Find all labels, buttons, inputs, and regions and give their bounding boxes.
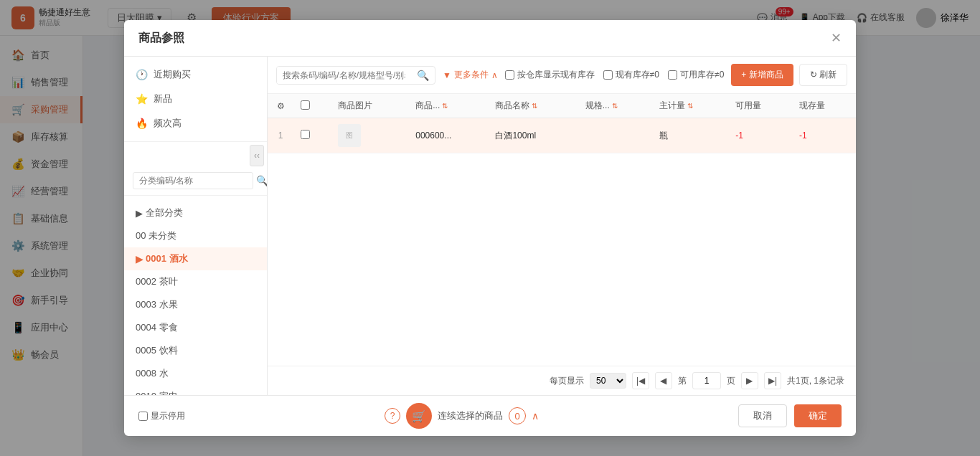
checkbox-available-nonzero-input[interactable]: [668, 70, 677, 80]
table-header-row: ⚙ 商品图片 商品... ⇅: [268, 94, 856, 118]
category-0001-label: 0001 酒水: [146, 252, 188, 265]
filter-icon: ▼: [443, 70, 451, 80]
row-image-cell: 图: [331, 118, 408, 153]
category-search-area: 🔍: [124, 166, 267, 196]
category-0008[interactable]: 0008 水: [124, 362, 267, 385]
show-disabled-input[interactable]: [138, 412, 148, 421]
select-all-checkbox[interactable]: [301, 100, 310, 110]
category-0005[interactable]: 0005 饮料: [124, 339, 267, 362]
category-0004[interactable]: 0004 零食: [124, 316, 267, 339]
category-00-label: 00 未分类: [136, 229, 176, 242]
sort-name-icon: ⇅: [532, 102, 537, 110]
th-spec-label: 规格...: [585, 100, 610, 112]
product-search-input[interactable]: [277, 67, 411, 84]
row-spec: [578, 118, 652, 153]
th-image: 商品图片: [331, 94, 408, 118]
row-stock: -1: [792, 118, 856, 153]
category-00[interactable]: 00 未分类: [124, 224, 267, 247]
category-0008-label: 0008 水: [136, 367, 169, 380]
checkbox-by-warehouse-input[interactable]: [505, 70, 514, 80]
modal-overlay: 商品参照 ✕ 🕐 近期购买 ⭐ 新品 🔥: [0, 0, 980, 456]
tab-recent[interactable]: 🕐 近期购买: [124, 62, 267, 87]
page-size-select[interactable]: 50 20 100: [590, 373, 626, 389]
th-checkbox[interactable]: [293, 94, 331, 118]
th-available: 可用量: [728, 94, 792, 118]
toolbar: 🔍 ▼ 更多条件 ∧ 按仓库显示现有库存: [268, 57, 856, 94]
product-search-field[interactable]: 🔍: [276, 66, 435, 85]
page-number-input[interactable]: [692, 372, 721, 389]
th-code[interactable]: 商品... ⇅: [408, 94, 488, 118]
th-name[interactable]: 商品名称 ⇅: [488, 94, 578, 118]
page-label: 第: [678, 375, 687, 387]
tab-new-label: 新品: [154, 92, 172, 105]
cancel-button[interactable]: 取消: [738, 404, 787, 427]
category-all-label: 全部分类: [146, 206, 183, 219]
confirm-button[interactable]: 确定: [794, 404, 842, 427]
first-page-button[interactable]: |◀: [632, 372, 649, 389]
category-list: ▶ 全部分类 00 未分类 ▶ 0001 酒水 0002 茶叶 0003 水果: [124, 196, 267, 395]
filter-checkboxes: 按仓库显示现有库存 现有库存≠0 可用库存≠0: [505, 69, 725, 81]
checkbox-by-warehouse[interactable]: 按仓库显示现有库存: [505, 69, 595, 81]
page-size-label: 每页显示: [550, 375, 584, 387]
footer-left: 显示停用: [138, 410, 185, 422]
footer-center: ? 🛒 连续选择的商品 0 ∧: [385, 403, 539, 429]
product-table: ⚙ 商品图片 商品... ⇅: [268, 94, 856, 153]
cart-icon[interactable]: 🛒: [406, 403, 432, 429]
row-unit: 瓶: [652, 118, 728, 153]
category-all[interactable]: ▶ 全部分类: [124, 201, 267, 224]
cart-label: 连续选择的商品: [438, 409, 503, 422]
tab-new[interactable]: ⭐ 新品: [124, 87, 267, 111]
checkbox-available-nonzero[interactable]: 可用库存≠0: [668, 69, 724, 81]
row-checkbox-cell[interactable]: [293, 118, 331, 153]
th-spec[interactable]: 规格... ⇅: [578, 94, 652, 118]
frequent-icon: 🔥: [136, 118, 148, 129]
row-name: 白酒100ml: [488, 118, 578, 153]
th-unit-label: 主计量: [659, 100, 685, 112]
sort-code-icon: ⇅: [442, 102, 448, 110]
tab-frequent-label: 频次高: [154, 117, 182, 130]
tab-frequent[interactable]: 🔥 频次高: [124, 111, 267, 136]
new-icon: ⭐: [136, 93, 148, 105]
th-name-label: 商品名称: [495, 100, 529, 112]
next-page-button[interactable]: ▶: [741, 372, 758, 389]
last-page-button[interactable]: ▶|: [764, 372, 781, 389]
refresh-button[interactable]: ↻ 刷新: [799, 64, 847, 86]
th-settings[interactable]: ⚙: [268, 94, 293, 118]
category-search-icon[interactable]: 🔍: [256, 175, 268, 186]
row-available: -1: [728, 118, 792, 153]
th-unit[interactable]: 主计量 ⇅: [652, 94, 728, 118]
pagination-bar: 每页显示 50 20 100 |◀ ◀ 第 页 ▶ ▶| 共1页, 1条记录: [268, 366, 856, 395]
sort-spec-icon: ⇅: [612, 102, 618, 110]
row-checkbox[interactable]: [301, 130, 310, 139]
filter-chevron-icon: ∧: [491, 70, 498, 80]
category-0004-label: 0004 零食: [136, 321, 178, 334]
sort-unit-icon: ⇅: [687, 102, 693, 110]
checkbox-stock-nonzero-input[interactable]: [603, 70, 613, 80]
category-0003[interactable]: 0003 水果: [124, 293, 267, 316]
panel-collapse-button[interactable]: ‹‹: [250, 145, 264, 166]
footer-collapse-icon[interactable]: ∧: [532, 410, 539, 422]
product-search-button[interactable]: 🔍: [411, 70, 435, 81]
show-disabled-checkbox[interactable]: 显示停用: [138, 410, 185, 422]
page-suffix: 页: [727, 375, 735, 387]
category-0001[interactable]: ▶ 0001 酒水: [124, 247, 267, 270]
add-product-button[interactable]: + 新增商品: [731, 64, 793, 86]
th-stock: 现存量: [792, 94, 856, 118]
modal-close-button[interactable]: ✕: [831, 30, 842, 46]
category-0002[interactable]: 0002 茶叶: [124, 270, 267, 293]
category-0003-label: 0003 水果: [136, 298, 178, 311]
th-code-label: 商品...: [415, 100, 440, 112]
table-row[interactable]: 1 图 000600... 白酒100ml 瓶 -1 -1: [268, 118, 856, 153]
right-panel: 🔍 ▼ 更多条件 ∧ 按仓库显示现有库存: [268, 57, 856, 395]
more-filters-button[interactable]: ▼ 更多条件 ∧: [443, 69, 498, 81]
category-all-arrow: ▶: [136, 208, 143, 219]
recent-icon: 🕐: [136, 69, 148, 80]
cart-count: 0: [509, 407, 526, 424]
category-0010[interactable]: 0010 家电: [124, 385, 267, 395]
prev-page-button[interactable]: ◀: [655, 372, 672, 389]
checkbox-stock-nonzero[interactable]: 现有库存≠0: [603, 69, 659, 81]
category-0005-label: 0005 饮料: [136, 344, 178, 357]
category-search-input[interactable]: [133, 172, 253, 189]
tab-recent-label: 近期购买: [154, 68, 191, 81]
help-icon[interactable]: ?: [385, 408, 400, 424]
